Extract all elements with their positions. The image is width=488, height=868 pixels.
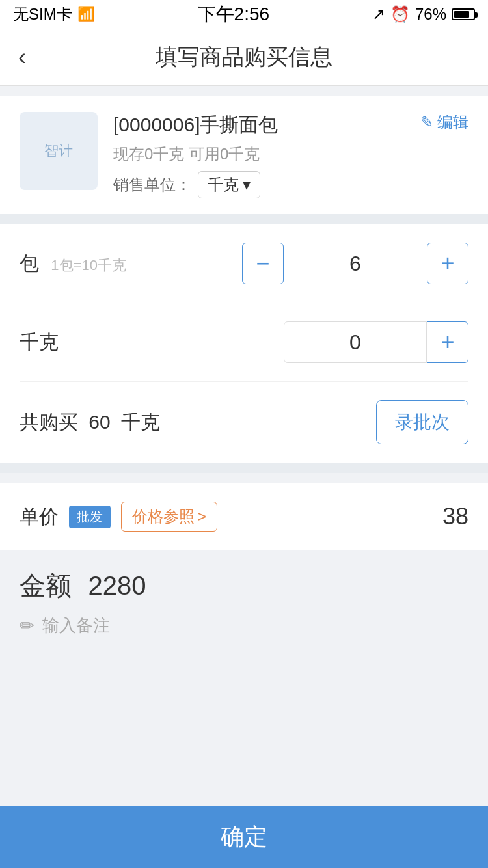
product-name: [0000006]手撕面包	[113, 112, 468, 139]
qty-plus-kg[interactable]: +	[427, 321, 468, 363]
alarm-icon: ⏰	[390, 5, 410, 23]
qty-label-kg: 千克	[20, 329, 284, 356]
qty-label-bao: 包 1包=10千克	[20, 251, 242, 277]
qty-control-bao: − +	[242, 243, 468, 284]
product-card: 智计 [0000006]手撕面包 现存0千克 可用0千克 销售单位： 千克 ▾ …	[0, 96, 488, 214]
qty-minus-bao[interactable]: −	[242, 243, 284, 284]
product-logo: 智计	[44, 141, 73, 161]
summary-amount: 60	[88, 411, 110, 433]
unit-dropdown-icon: ▾	[243, 176, 251, 194]
edit-button[interactable]: ✎ 编辑	[420, 112, 468, 133]
page-title: 填写商品购买信息	[156, 42, 332, 72]
summary-label: 共购买	[20, 411, 78, 433]
summary-unit: 千克	[121, 411, 160, 433]
back-button[interactable]: ‹	[18, 44, 26, 71]
remark-placeholder: 输入备注	[42, 614, 110, 637]
qty-plus-bao[interactable]: +	[427, 243, 468, 284]
status-left: 无SIM卡 📶	[13, 4, 95, 25]
batch-button[interactable]: 录批次	[376, 400, 468, 444]
price-ref-label: 价格参照	[132, 506, 195, 527]
price-value: 38	[442, 503, 468, 530]
wifi-icon: 📶	[77, 6, 95, 23]
amount-value: 2280	[88, 571, 146, 600]
battery-icon	[452, 8, 475, 20]
product-info: [0000006]手撕面包 现存0千克 可用0千克 销售单位： 千克 ▾	[113, 112, 468, 198]
price-tag: 批发	[69, 506, 111, 528]
price-label: 单价	[20, 504, 59, 530]
section-separator-2	[0, 463, 488, 473]
product-stock: 现存0千克 可用0千克	[113, 144, 468, 165]
unit-label: 销售单位：	[113, 174, 191, 195]
unit-value: 千克	[208, 174, 239, 195]
qty-control-kg: +	[284, 321, 468, 363]
product-unit-row: 销售单位： 千克 ▾	[113, 171, 468, 198]
product-thumbnail: 智计	[20, 112, 98, 190]
status-bar: 无SIM卡 📶 下午2:56 ↗ ⏰ 76%	[0, 0, 488, 29]
location-icon: ↗	[372, 5, 385, 23]
confirm-btn-wrap: 确定	[0, 806, 488, 868]
summary-section: 共购买 60 千克 录批次	[0, 382, 488, 463]
status-right: ↗ ⏰ 76%	[372, 5, 475, 23]
unit-select[interactable]: 千克 ▾	[198, 171, 260, 198]
qty-row-kg: 千克 +	[20, 303, 468, 382]
price-ref-button[interactable]: 价格参照 >	[121, 502, 217, 532]
qty-input-bao[interactable]	[284, 243, 427, 284]
price-section: 单价 批发 价格参照 > 38	[0, 483, 488, 550]
section-separator-1	[0, 214, 488, 224]
amount-row: 金额 2280	[20, 568, 468, 604]
edit-label: 编辑	[437, 112, 468, 133]
amount-label: 金额	[20, 571, 72, 600]
amount-section: 金额 2280 ✏ 输入备注	[0, 550, 488, 647]
confirm-button[interactable]: 确定	[0, 806, 488, 868]
status-time: 下午2:56	[198, 2, 270, 27]
qty-row-bao: 包 1包=10千克 − +	[20, 224, 468, 303]
qty-input-kg[interactable]	[284, 321, 427, 363]
price-ref-arrow: >	[197, 508, 206, 526]
battery-text: 76%	[415, 5, 446, 23]
carrier-text: 无SIM卡	[13, 4, 72, 25]
nav-bar: ‹ 填写商品购买信息	[0, 29, 488, 86]
remark-icon: ✏	[20, 615, 34, 636]
remark-row[interactable]: ✏ 输入备注	[20, 614, 468, 637]
summary-text: 共购买 60 千克	[20, 409, 160, 436]
quantity-section: 包 1包=10千克 − + 千克 +	[0, 224, 488, 382]
edit-icon: ✎	[420, 113, 433, 131]
qty-hint-bao: 1包=10千克	[51, 257, 126, 273]
